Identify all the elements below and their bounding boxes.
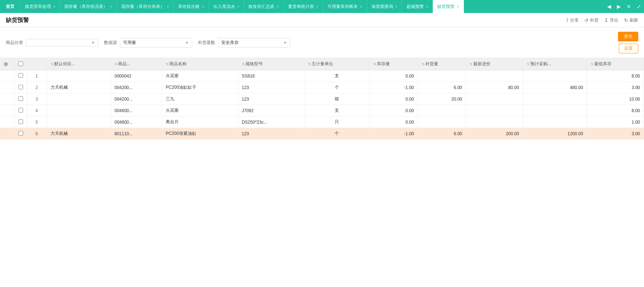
nav-tab-label-6: 要货单统计表 (288, 4, 314, 10)
col-header-est_purchase[interactable]: ⇅预计采购... (523, 58, 587, 70)
cell-stock-row4: 0.00 (370, 116, 418, 128)
gear-icon[interactable]: ⚙ (4, 61, 8, 67)
cell-gear-row5 (0, 128, 14, 140)
col-header-product_name[interactable]: ⇅商品名称 (162, 58, 238, 70)
col-header-default_supplier[interactable]: ⇅默认供应... (47, 58, 111, 70)
cell-check-row3[interactable] (14, 105, 27, 116)
next-icon: ▶ (617, 4, 621, 9)
action-export[interactable]: ↧导出 (604, 17, 618, 23)
sort-icon-product_code: ⇅ (114, 62, 117, 66)
replenish-basis-value: 安全库存 (221, 40, 239, 46)
category-select[interactable]: ▼ (26, 39, 98, 47)
replenish-basis-select[interactable]: 安全库存 ▼ (218, 38, 290, 48)
cell-check-row4[interactable] (14, 116, 27, 128)
nav-tab-7[interactable]: 可用量库存账本× (323, 0, 367, 13)
col-header-spec[interactable]: ⇅规格型号 (238, 58, 304, 70)
nav-tab-close-8[interactable]: × (395, 4, 397, 9)
cell-check-row0[interactable] (14, 70, 27, 82)
nav-tab-6[interactable]: 要货单统计表× (284, 0, 323, 13)
nav-tab-3[interactable]: 库存批次账× (174, 0, 209, 13)
row-checkbox-5[interactable] (18, 131, 23, 136)
cell-spec-row1: 123 (238, 82, 304, 93)
col-header-unit[interactable]: ⇅主计量单位 (304, 58, 369, 70)
nav-tab-label-4: 出入库流水 (213, 4, 235, 10)
nav-tab-label-10: 缺货预警 (437, 4, 454, 10)
nav-tab-label-7: 可用量库存账本 (327, 4, 358, 10)
datasource-select[interactable]: 可用量 ▼ (120, 38, 192, 48)
cell-product_name-row3: 火花塞 (162, 105, 238, 116)
cell-unit-row4: 只 (304, 116, 369, 128)
cell-min_stock-row1: 3.00 (587, 82, 644, 93)
close-icon: ✕ (627, 4, 631, 9)
nav-tab-close-2[interactable]: × (167, 4, 169, 9)
table-row: 2力天机械004200...PC200油缸缸子123个-1.006.0080.0… (0, 82, 644, 93)
table-row: 5004800...离合片DS250*23c...只0.001.00 (0, 116, 644, 128)
nav-tab-close-7[interactable]: × (360, 4, 362, 9)
nav-expand-btn[interactable]: ⤢ (634, 0, 644, 13)
cell-spec-row3: J7092 (238, 105, 304, 116)
nav-tab-close-10[interactable]: × (457, 4, 459, 9)
cell-product_name-row2: 三九 (162, 93, 238, 105)
cell-check-row5[interactable] (14, 128, 27, 140)
col-header-latest_price[interactable]: ⇅最新进价 (466, 58, 523, 70)
nav-prev-btn[interactable]: ◀ (604, 0, 614, 13)
select-all-checkbox[interactable] (18, 61, 23, 66)
filter-bar: 商品分类 ▼ 数据源 可用量 ▼ 补货基数 安全库存 ▼ 查询 设置 (0, 27, 644, 58)
cell-replenish-row5: 6.00 (418, 128, 466, 140)
nav-tab-9[interactable]: 超储预警× (402, 0, 433, 13)
cell-min_stock-row3: 8.00 (587, 105, 644, 116)
cell-check-row2[interactable] (14, 93, 27, 105)
nav-close-btn[interactable]: ✕ (624, 0, 634, 13)
action-share[interactable]: ⤴分享 (566, 17, 579, 23)
col-header-replenish[interactable]: ⇅补货量 (418, 58, 466, 70)
nav-tab-close-4[interactable]: × (237, 4, 239, 9)
table-head: ⚙⇅默认供应...⇅商品...⇅商品名称⇅规格型号⇅主计量单位⇅库存量⇅补货量⇅… (0, 58, 644, 70)
row-checkbox-3[interactable] (18, 108, 23, 112)
action-refresh[interactable]: ↻刷新 (624, 17, 638, 23)
table-row: 4004600...火花塞J7092支0.008.00 (0, 105, 644, 116)
page-title: 缺货预警 (6, 17, 29, 24)
cell-product_code-row4: 004800... (111, 116, 162, 128)
row-checkbox-0[interactable] (18, 73, 23, 78)
col-header-stock[interactable]: ⇅库存量 (370, 58, 418, 70)
nav-tab-close-3[interactable]: × (202, 4, 204, 9)
col-header-min_stock[interactable]: ⇅最低库存 (587, 58, 644, 70)
nav-next-btn[interactable]: ▶ (614, 0, 624, 13)
nav-tab-5[interactable]: 收发存汇总表× (244, 0, 283, 13)
nav-tab-close-5[interactable]: × (277, 4, 279, 9)
col-header-no (27, 58, 47, 70)
nav-tab-home[interactable]: 首页 (0, 0, 21, 13)
category-label: 商品分类 (6, 40, 23, 46)
cell-gear-row1 (0, 82, 14, 93)
row-checkbox-4[interactable] (18, 119, 23, 124)
col-header-product_code[interactable]: ⇅商品... (111, 58, 162, 70)
row-checkbox-1[interactable] (18, 85, 23, 89)
action-replenish[interactable]: ↺补货 (584, 17, 599, 23)
cell-no-row2: 3 (27, 93, 47, 105)
col-label-default_supplier: 默认供应... (54, 61, 75, 66)
nav-tab-8[interactable]: 保质期查询× (367, 0, 402, 13)
sort-icon-product_name: ⇅ (166, 62, 169, 66)
col-header-gear: ⚙ (0, 58, 14, 70)
cell-default_supplier-row1: 力天机械 (47, 82, 111, 93)
cell-product_name-row1: PC200油缸缸子 (162, 82, 238, 93)
nav-tab-1[interactable]: 现存量（库存状况表）× (60, 0, 117, 13)
nav-tab-2[interactable]: 现存量（库存分布表）× (117, 0, 174, 13)
cell-default_supplier-row4 (47, 116, 111, 128)
nav-tab-label-8: 保质期查询 (371, 4, 393, 10)
nav-tab-0[interactable]: 炼货异常处理× (21, 0, 60, 13)
cell-est_purchase-row0 (523, 70, 587, 82)
cell-est_purchase-row3 (523, 105, 587, 116)
col-label-spec: 规格型号 (245, 61, 263, 66)
nav-tab-4[interactable]: 出入库流水× (209, 0, 244, 13)
nav-tab-10[interactable]: 缺货预警× (433, 0, 464, 13)
nav-tab-close-0[interactable]: × (53, 4, 55, 9)
settings-button[interactable]: 设置 (619, 44, 638, 53)
nav-tab-close-6[interactable]: × (316, 4, 318, 9)
main-content: 缺货预警 ⤴分享↺补货↧导出↻刷新 商品分类 ▼ 数据源 可用量 ▼ 补货基数 … (0, 13, 644, 287)
cell-check-row1[interactable] (14, 82, 27, 93)
query-button[interactable]: 查询 (618, 32, 638, 41)
nav-tab-close-1[interactable]: × (110, 4, 112, 9)
row-checkbox-2[interactable] (18, 96, 23, 101)
nav-tab-close-9[interactable]: × (426, 4, 428, 9)
